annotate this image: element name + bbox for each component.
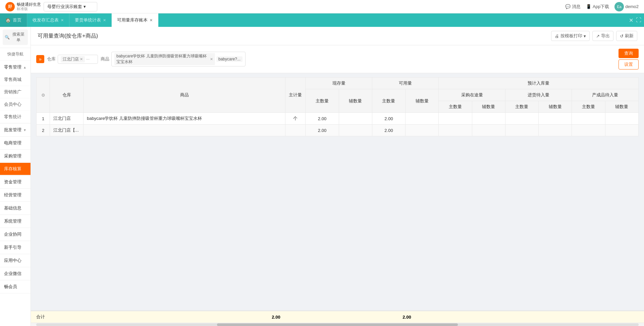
sidebar-group-chany-header[interactable]: 畅会员 [0, 280, 31, 293]
chevron-down-icon: ▾ [84, 4, 86, 9]
avatar: Ea [614, 2, 624, 11]
cell-purchase-aux [472, 125, 505, 136]
template-print-button[interactable]: 🖨 按模板打印 ▾ [551, 31, 590, 41]
sidebar-group-ops-header[interactable]: 经营管理 [0, 189, 31, 201]
product-tag-1-close[interactable]: ✕ [210, 57, 213, 61]
filter-area: » 仓库 江北门店 ✕ ··· 商品 babycare学饮杯 儿童防摔防撞吸管杯… [31, 45, 644, 73]
filter-actions: 查询 设置 [619, 49, 639, 69]
cell-goods-aux [539, 125, 572, 136]
tab-available-stock-close[interactable]: ✕ [150, 18, 153, 22]
warehouse-input[interactable]: 江北门店 ✕ ··· [58, 55, 98, 64]
sidebar-group-system-header[interactable]: 系统管理 [0, 215, 31, 228]
export-button[interactable]: ↗ 导出 [592, 31, 613, 41]
tab-receive[interactable]: 收发存汇总表 ✕ [27, 13, 69, 27]
data-table: ⚙ 仓库 商品 主计量 现存量 可用量 预计入库量 主数量 辅数量 主数量 辅数… [36, 77, 639, 136]
sidebar-item-retail-mall[interactable]: 零售商城 [0, 74, 31, 86]
table-footer: 合计 2.00 2.00 [31, 310, 644, 323]
chevron-down-icon: ▾ [584, 34, 586, 39]
cell-product: babycare学饮杯 儿童防摔防撞吸管杯重力球吸嘴杯宝宝水杯 [84, 113, 285, 125]
tab-fullscreen[interactable]: ⛶ [636, 17, 641, 23]
th-finished-goods: 产成品待入量 [572, 89, 639, 101]
page-actions: 🖨 按模板打印 ▾ ↗ 导出 ↺ 刷新 [551, 31, 637, 41]
cell-available-main: 2.00 [372, 125, 405, 136]
th-purchase-in-transit: 采购在途量 [439, 89, 505, 101]
sidebar-item-marketing[interactable]: 营销推广 [0, 86, 31, 98]
sidebar-group-wholesale: 批发管理 ▼ [0, 124, 31, 137]
cell-purchase-aux [472, 113, 505, 125]
cell-current-main: 2.00 [306, 125, 339, 136]
sidebar-group-purchase: 采购管理 [0, 150, 31, 163]
app-download-button[interactable]: 📱 App下载 [586, 4, 609, 10]
product-input[interactable]: babycare学饮杯 儿童防摔防撞吸管杯重力球吸嘴杯宝宝水杯 ✕ babyca… [111, 52, 246, 66]
sidebar-group-chany: 畅会员 [0, 280, 31, 293]
top-bar: 好 畅捷通好生意 标准版 母婴行业演示账套 ▾ 💬 消息 📱 App下载 Ea … [0, 0, 644, 13]
footer-label: 合计 [36, 314, 63, 320]
chevron-up-icon: ▲ [23, 65, 26, 69]
table-row: 1 江北门店 babycare学饮杯 儿童防摔防撞吸管杯重力球吸嘴杯宝宝水杯 个… [37, 113, 639, 125]
scrollbar-thumb[interactable] [217, 323, 458, 326]
tab-order-stats-close[interactable]: ✕ [103, 18, 106, 22]
sidebar-group-basic-header[interactable]: 基础信息 [0, 202, 31, 215]
export-icon: ↗ [596, 34, 600, 39]
product-tag-2: babycare?... [216, 56, 243, 62]
sidebar-group-purchase-header[interactable]: 采购管理 [0, 150, 31, 162]
sidebar: 🔍 搜索菜单 快捷导航 零售管理 ▲ 零售商城 营销推广 会员中心 零售统计 批… [0, 27, 31, 326]
th-current-stock: 现存量 [306, 78, 372, 89]
sidebar-item-retail-stats[interactable]: 零售统计 [0, 111, 31, 123]
search-icon: 🔍 [5, 35, 10, 40]
logo-area: 好 畅捷通好生意 标准版 [5, 2, 41, 11]
sidebar-item-member[interactable]: 会员中心 [0, 98, 31, 111]
th-current-aux: 辅数量 [339, 89, 372, 113]
th-settings: ⚙ [37, 78, 50, 113]
sidebar-group-finance-header[interactable]: 资金管理 [0, 176, 31, 188]
cell-goods-aux [539, 113, 572, 125]
sidebar-group-wechat: 企业微信 [0, 267, 31, 280]
filter-expand-button[interactable]: » [36, 55, 44, 63]
cell-current-main: 2.00 [306, 113, 339, 125]
warehouse-more[interactable]: ··· [86, 57, 90, 61]
cell-available-aux [406, 113, 439, 125]
search-menu-button[interactable]: 🔍 搜索菜单 [3, 30, 28, 45]
sidebar-group-wholesale-header[interactable]: 批发管理 ▼ [0, 124, 31, 136]
cell-finished-main [572, 125, 605, 136]
sidebar-item-inventory[interactable]: 库存核算 [0, 163, 31, 175]
settings-button[interactable]: 设置 [619, 59, 639, 69]
th-finished-main: 主数量 [572, 101, 605, 113]
th-planned-in: 预计入库量 [439, 78, 639, 89]
sidebar-group-finance: 资金管理 [0, 176, 31, 189]
sidebar-group-collab: 企业协同 [0, 228, 31, 241]
settings-icon[interactable]: ⚙ [41, 93, 45, 98]
top-bar-left: 好 畅捷通好生意 标准版 母婴行业演示账套 ▾ [5, 2, 97, 11]
message-button[interactable]: 💬 消息 [565, 4, 581, 10]
refresh-button[interactable]: ↺ 刷新 [616, 31, 637, 41]
sidebar-group-retail-header[interactable]: 零售管理 ▲ [0, 61, 31, 74]
tab-order-stats[interactable]: 要货单统计表 ✕ [69, 13, 112, 27]
th-available-main: 主数量 [372, 89, 405, 113]
sidebar-group-wechat-header[interactable]: 企业微信 [0, 267, 31, 280]
sidebar-group-appstore-header[interactable]: 应用中心 [0, 254, 31, 267]
th-goods-arrival: 进货待入量 [505, 89, 572, 101]
industry-selector[interactable]: 母婴行业演示账套 ▾ [44, 2, 97, 11]
tab-receive-close[interactable]: ✕ [61, 18, 64, 22]
sidebar-group-ops: 经营管理 [0, 189, 31, 202]
sidebar-group-newbie-header[interactable]: 新手引导 [0, 241, 31, 254]
top-bar-right: 💬 消息 📱 App下载 Ea demo2 [565, 2, 639, 11]
user-profile[interactable]: Ea demo2 [614, 2, 639, 11]
th-warehouse: 仓库 [50, 78, 84, 113]
logo-icon: 好 [5, 2, 15, 11]
sidebar-group-ecom-header[interactable]: 电商管理 [0, 137, 31, 149]
sidebar-quick-nav[interactable]: 快捷导航 [0, 48, 31, 61]
tab-close-all[interactable]: ✕ [629, 17, 633, 24]
th-finished-aux: 辅数量 [605, 101, 638, 113]
warehouse-tag-close[interactable]: ✕ [80, 57, 83, 61]
cell-seq: 1 [37, 113, 50, 125]
sidebar-group-basic: 基础信息 [0, 202, 31, 215]
query-button[interactable]: 查询 [619, 49, 639, 58]
tab-home[interactable]: 🏠 首页 [0, 13, 27, 27]
cell-warehouse: 江北门店 [50, 113, 84, 125]
cell-finished-main [572, 113, 605, 125]
tab-available-stock[interactable]: 可用量库存账本 ✕ [112, 13, 158, 27]
table-row: 2 江北门店【... 2.00 2.00 [37, 125, 639, 136]
cell-goods-main [505, 113, 538, 125]
sidebar-group-collab-header[interactable]: 企业协同 [0, 228, 31, 241]
